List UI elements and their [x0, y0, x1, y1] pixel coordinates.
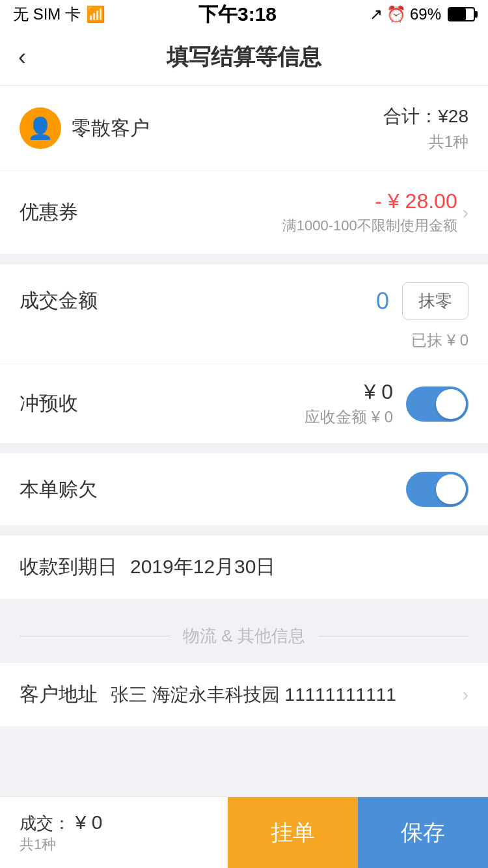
content: 👤 零散客户 合计：¥28 共1种 优惠券 - ¥ 28.00 满1000-10… [0, 86, 488, 815]
bottom-deal-amount: ¥ 0 [75, 811, 103, 833]
status-time: 下午3:18 [198, 1, 277, 28]
address-label: 客户地址 [20, 681, 98, 708]
customer-row: 👤 零散客户 合计：¥28 共1种 [0, 86, 488, 170]
customer-right: 合计：¥28 共1种 [383, 104, 468, 152]
deal-amount[interactable]: 0 [350, 288, 389, 315]
due-date-row[interactable]: 收款到期日 2019年12月30日 [0, 536, 488, 599]
bottom-deal-row: 成交： ¥ 0 [20, 811, 208, 835]
logistics-divider: 物流 & 其他信息 [0, 609, 488, 663]
customer-name: 零散客户 [72, 115, 150, 142]
customer-left: 👤 零散客户 [20, 107, 150, 149]
deal-row: 成交金额 0 抹零 [0, 264, 488, 330]
coupon-right: - ¥ 28.00 满1000-100不限制使用金额 › [282, 189, 468, 236]
bottom-summary: 成交： ¥ 0 共1种 [0, 797, 228, 868]
due-date-value: 2019年12月30日 [130, 554, 275, 580]
avatar-icon: 👤 [27, 116, 53, 141]
customer-section: 👤 零散客户 合计：¥28 共1种 优惠券 - ¥ 28.00 满1000-10… [0, 86, 488, 254]
deal-section: 成交金额 0 抹零 已抹 ¥ 0 冲预收 ¥ 0 应收金额 ¥ 0 [0, 264, 488, 443]
pre-collect-row: 冲预收 ¥ 0 应收金额 ¥ 0 [0, 364, 488, 443]
status-right: ↗ ⏰ 69% [370, 5, 475, 23]
status-left: 无 SIM 卡 📶 [13, 4, 105, 25]
bottom-deal-label: 成交： [20, 813, 70, 833]
coupon-label: 优惠券 [20, 199, 78, 226]
divider-line-left [20, 636, 170, 636]
status-bar: 无 SIM 卡 📶 下午3:18 ↗ ⏰ 69% [0, 0, 488, 29]
coupon-desc: 满1000-100不限制使用金额 [282, 216, 457, 236]
network-label: 无 SIM 卡 [13, 4, 81, 25]
arrears-section: 本单赊欠 [0, 454, 488, 525]
deal-sub-label: 已抹 ¥ 0 [0, 330, 488, 364]
pre-amount-info: ¥ 0 应收金额 ¥ 0 [305, 380, 393, 427]
pre-collect-right: ¥ 0 应收金额 ¥ 0 [305, 380, 468, 427]
address-chevron-icon: › [463, 685, 468, 705]
divider-line-right [318, 636, 468, 636]
wifi-icon: 📶 [86, 5, 105, 23]
bottom-bar: 成交： ¥ 0 共1种 挂单 保存 [0, 796, 488, 868]
total-count: 共1种 [383, 131, 468, 152]
page-title: 填写结算等信息 [167, 42, 321, 72]
deal-label: 成交金额 [20, 282, 98, 314]
toggle-knob [436, 389, 466, 419]
battery-icon [448, 7, 475, 21]
pre-sub-label: 应收金额 ¥ 0 [305, 407, 393, 427]
coupon-info: - ¥ 28.00 满1000-100不限制使用金额 [282, 189, 457, 236]
address-row[interactable]: 客户地址 张三 海淀永丰科技园 11111111111 › [0, 663, 488, 726]
coupon-row[interactable]: 优惠券 - ¥ 28.00 满1000-100不限制使用金额 › [0, 170, 488, 254]
nav-bar: ‹ 填写结算等信息 [0, 29, 488, 86]
back-button[interactable]: ‹ [18, 44, 26, 71]
total-amount: 合计：¥28 [383, 104, 468, 129]
avatar: 👤 [20, 107, 61, 149]
location-icon: ↗ [370, 5, 383, 23]
pending-button[interactable]: 挂单 [228, 797, 358, 868]
round-zero-button[interactable]: 抹零 [402, 282, 468, 319]
save-button[interactable]: 保存 [358, 797, 488, 868]
logistics-label: 物流 & 其他信息 [183, 625, 305, 647]
arrears-label: 本单赊欠 [20, 476, 98, 503]
deal-right: 0 抹零 [350, 282, 468, 319]
due-date-label: 收款到期日 [20, 554, 117, 580]
alarm-icon: ⏰ [386, 5, 406, 23]
bottom-deal-count: 共1种 [20, 835, 208, 854]
arrears-toggle[interactable] [406, 472, 468, 507]
coupon-discount: - ¥ 28.00 [282, 189, 457, 213]
pre-amount: ¥ 0 [305, 380, 393, 404]
pre-collect-label: 冲预收 [20, 390, 78, 417]
arrears-toggle-knob [436, 474, 466, 504]
coupon-chevron-icon: › [463, 202, 468, 223]
pre-collect-toggle[interactable] [406, 387, 468, 422]
battery-percent: 69% [410, 5, 441, 23]
address-value: 张三 海淀永丰科技园 11111111111 [111, 683, 450, 707]
